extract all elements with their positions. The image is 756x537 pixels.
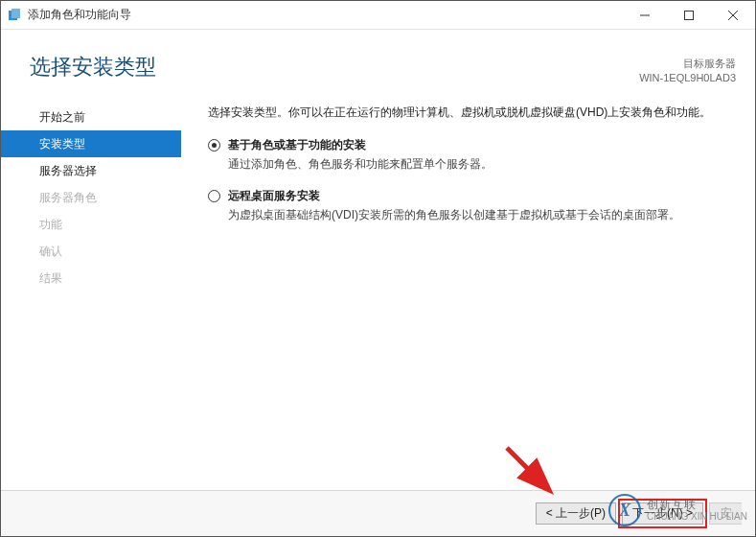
previous-button[interactable]: < 上一步(P) <box>536 502 616 525</box>
svg-rect-3 <box>685 11 694 19</box>
option-role-based[interactable]: 基于角色或基于功能的安装 通过添加角色、角色服务和功能来配置单个服务器。 <box>208 137 726 173</box>
radio-role-based[interactable] <box>208 139 220 152</box>
window-title: 添加角色和功能向导 <box>28 7 623 23</box>
wizard-body: 选择安装类型 目标服务器 WIN-1EQL9H0LAD3 开始之前 安装类型 服… <box>1 30 755 536</box>
header-area: 选择安装类型 目标服务器 WIN-1EQL9H0LAD3 <box>1 30 755 98</box>
watermark-text: 创新互联 CHUANG XIN HU LIAN <box>647 498 747 523</box>
nav-server-selection[interactable]: 服务器选择 <box>1 157 181 184</box>
option-remote-desktop-desc: 为虚拟桌面基础结构(VDI)安装所需的角色服务以创建基于虚拟机或基于会话的桌面部… <box>228 206 726 223</box>
radio-remote-desktop[interactable] <box>208 190 220 202</box>
nav-before-you-begin[interactable]: 开始之前 <box>1 104 181 130</box>
target-server-value: WIN-1EQL9H0LAD3 <box>639 71 736 85</box>
watermark-en: CHUANG XIN HU LIAN <box>647 511 747 523</box>
nav-results: 结果 <box>1 265 181 292</box>
main-panel: 选择安装类型。你可以在正在运行的物理计算机、虚拟机或脱机虚拟硬盘(VHD)上安装… <box>181 98 755 490</box>
svg-rect-1 <box>11 9 20 18</box>
instruction-text: 选择安装类型。你可以在正在运行的物理计算机、虚拟机或脱机虚拟硬盘(VHD)上安装… <box>208 104 726 122</box>
nav-server-roles: 服务器角色 <box>1 184 181 211</box>
watermark-cn: 创新互联 <box>647 498 747 511</box>
watermark: X 创新互联 CHUANG XIN HU LIAN <box>608 494 747 526</box>
page-title: 选择安装类型 <box>30 53 156 82</box>
maximize-button[interactable] <box>667 1 711 29</box>
nav-confirmation: 确认 <box>1 238 181 265</box>
target-server-label: 目标服务器 <box>639 57 736 71</box>
option-role-based-text: 基于角色或基于功能的安装 通过添加角色、角色服务和功能来配置单个服务器。 <box>228 137 726 173</box>
titlebar: 添加角色和功能向导 <box>1 1 755 30</box>
minimize-button[interactable] <box>623 1 667 29</box>
option-remote-desktop[interactable]: 远程桌面服务安装 为虚拟桌面基础结构(VDI)安装所需的角色服务以创建基于虚拟机… <box>208 188 726 223</box>
app-icon <box>7 8 22 23</box>
nav-installation-type[interactable]: 安装类型 <box>1 130 181 157</box>
close-button[interactable] <box>711 1 755 29</box>
nav-features: 功能 <box>1 211 181 238</box>
option-remote-desktop-text: 远程桌面服务安装 为虚拟桌面基础结构(VDI)安装所需的角色服务以创建基于虚拟机… <box>228 188 726 223</box>
option-remote-desktop-title: 远程桌面服务安装 <box>228 188 726 204</box>
wizard-window: 添加角色和功能向导 选择安装类型 目标服务器 WIN-1EQL9H0LAD3 <box>0 0 756 537</box>
sidebar-nav: 开始之前 安装类型 服务器选择 服务器角色 功能 确认 结果 <box>1 98 181 490</box>
window-controls <box>623 1 755 29</box>
option-role-based-desc: 通过添加角色、角色服务和功能来配置单个服务器。 <box>228 155 726 173</box>
option-role-based-title: 基于角色或基于功能的安装 <box>228 137 726 153</box>
target-server-box: 目标服务器 WIN-1EQL9H0LAD3 <box>639 53 736 86</box>
content-row: 开始之前 安装类型 服务器选择 服务器角色 功能 确认 结果 选择安装类型。你可… <box>1 98 755 490</box>
watermark-logo-icon: X <box>608 494 641 526</box>
